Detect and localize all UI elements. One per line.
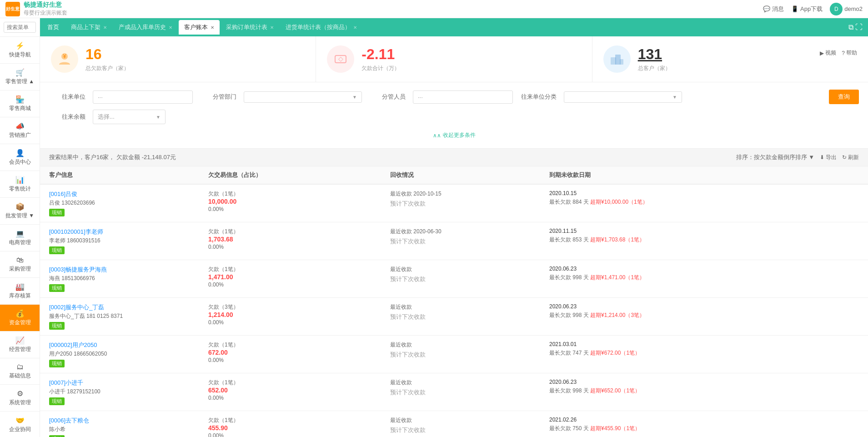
debt-count-1: 欠款（1笔）: [208, 228, 390, 236]
sidebar-item-member[interactable]: 👤 会员中心: [0, 144, 40, 171]
retail-mall-label: 零售商城: [4, 105, 36, 112]
tab-purchase-stats[interactable]: 采购订单统计表 ✕: [221, 20, 279, 35]
customer-tag-6: 现销: [49, 435, 65, 437]
stat-card-total-customers: 131 总客户（家） ▶ 视频 ? 帮助: [592, 36, 868, 82]
message-btn[interactable]: 💬 消息: [763, 5, 784, 13]
sidebar-item-batch-mgmt[interactable]: 📦 批发管理 ▼: [0, 198, 40, 225]
customer-info-6: [0006]去下粮仓 陈小希 现销: [49, 417, 208, 437]
customer-name-1[interactable]: [0001020001]李老师: [49, 228, 103, 235]
debt-count-2: 欠款（1笔）: [208, 266, 390, 273]
filter-source-unit[interactable]: ···: [93, 90, 193, 104]
stat-icon-debt-total: ◇: [327, 45, 354, 73]
due-date-3: 2020.06.23: [549, 303, 859, 310]
debt-amount-3: 1,214.00: [208, 311, 390, 318]
tab-customer-account[interactable]: 客户账本 ✕: [179, 20, 220, 35]
overdue-amount-1[interactable]: 超期¥1,703.68（1笔）: [590, 236, 645, 243]
debt-amount-2: 1,471.00: [208, 273, 390, 281]
stat-label-debt-total: 欠款合计（万）: [361, 65, 400, 72]
sidebar-item-system[interactable]: ⚙ 系统管理: [0, 385, 40, 412]
customer-name-5[interactable]: [0007]小进千: [49, 379, 83, 386]
overdue-amount-2[interactable]: 超期¥1,471.00（1笔）: [590, 274, 645, 281]
search-input[interactable]: [4, 22, 36, 33]
tab-product-history-close[interactable]: ✕: [169, 25, 172, 30]
sidebar-item-purchase[interactable]: 🛍 采购管理: [0, 251, 40, 278]
customer-info-4: [000002]用户2050 用户2050 18665062050 现销: [49, 341, 208, 367]
tab-inbound-stats[interactable]: 进货单统计表（按商品） ✕: [280, 20, 362, 35]
customer-name-2[interactable]: [0003]畅捷服务尹海燕: [49, 266, 107, 273]
filter-person[interactable]: ···: [413, 90, 513, 104]
overdue-amount-3[interactable]: 超期¥1,214.00（3笔）: [590, 312, 645, 318]
sidebar-item-corp[interactable]: 🤝 企业协同: [0, 412, 40, 437]
overdue-days-0: 最长欠款 884 天 超期¥10,000.00（1笔）: [549, 198, 859, 206]
export-icon: ⬇: [820, 154, 824, 161]
filter-balance[interactable]: 选择... ▼: [93, 110, 166, 124]
last-collect-2: 最近收款: [390, 266, 549, 273]
overdue-amount-0[interactable]: 超期¥10,000.00（1笔）: [590, 199, 648, 205]
filter-label-balance: 往来余额: [49, 113, 85, 121]
customer-name-0[interactable]: [0016]吕俊: [49, 191, 77, 197]
avatar: D: [830, 3, 843, 15]
debt-info-6: 欠款（1笔） 455.90 0.00%: [208, 417, 390, 437]
debt-count-0: 欠款（1笔）: [208, 190, 390, 198]
tab-product-offline[interactable]: 商品上下架 ✕: [65, 20, 112, 35]
export-btn[interactable]: ⬇ 导出: [820, 154, 837, 161]
app-download-btn[interactable]: 📱 App下载: [791, 5, 823, 13]
filter-unit-category[interactable]: ▼: [564, 91, 682, 103]
help-btn[interactable]: ? 帮助: [842, 49, 857, 57]
customer-name-6[interactable]: [0006]去下粮仓: [49, 417, 89, 424]
tab-purchase-stats-close[interactable]: ✕: [270, 25, 274, 30]
sidebar-item-search[interactable]: [0, 18, 40, 37]
table-container: 客户信息 欠交易信息（占比） 回收情况 到期未收款日期 [0016]吕俊 吕俊 …: [40, 166, 868, 437]
overdue-amount-6[interactable]: 超期¥455.90（1笔）: [590, 425, 640, 432]
tab-inbound-stats-label: 进货单统计表（按商品）: [286, 23, 351, 31]
overdue-amount-4[interactable]: 超期¥672.00（1笔）: [590, 350, 640, 356]
tab-customer-account-close[interactable]: ✕: [211, 25, 214, 30]
sort-chevron-icon: ▼: [808, 154, 814, 161]
sidebar-item-quick-nav[interactable]: ⚡ 快捷导航: [0, 37, 40, 64]
tab-collapse-btn[interactable]: ⧉: [848, 23, 853, 31]
filter-dept[interactable]: ▼: [244, 91, 362, 103]
customer-name-3[interactable]: [0002]服务中心_丁磊: [49, 304, 104, 311]
search-button[interactable]: 查询: [829, 90, 859, 104]
customer-tag-1: 现销: [49, 246, 65, 254]
tab-inbound-stats-close[interactable]: ✕: [353, 25, 357, 30]
due-date-4: 2021.03.01: [549, 341, 859, 347]
last-collect-3: 最近收款: [390, 303, 549, 311]
refresh-btn[interactable]: ↻ 刷新: [842, 154, 859, 161]
results-bar: 搜索结果中，客户16家， 欠款金额 -21,148.07元 排序：按欠款金额倒序…: [40, 149, 868, 166]
debt-info-3: 欠款（3笔） 1,214.00 0.00%: [208, 303, 390, 326]
tab-product-history[interactable]: 产成品入库单历史 ✕: [113, 20, 178, 35]
debt-percent-6: 0.00%: [208, 432, 390, 437]
sidebar-item-marketing[interactable]: 📣 营销推广: [0, 117, 40, 144]
stat-value-total-customers: 131: [638, 46, 671, 63]
debt-amount-6: 455.90: [208, 424, 390, 432]
sidebar-item-retail-mall[interactable]: 🏪 零售商城: [0, 90, 40, 117]
finance-icon: 💰: [4, 309, 36, 318]
customer-name-4[interactable]: [000002]用户2050: [49, 342, 97, 348]
user-menu[interactable]: D demo2: [830, 3, 863, 15]
sidebar-item-ops[interactable]: 📈 经营管理: [0, 332, 40, 358]
customer-tag-3: 现销: [49, 322, 65, 330]
tab-home[interactable]: 首页: [42, 20, 65, 35]
sidebar-item-ecommerce[interactable]: 💻 电商管理: [0, 225, 40, 251]
sidebar-item-inventory[interactable]: 🏭 库存核算: [0, 278, 40, 305]
due-date-0: 2020.10.15: [549, 190, 859, 196]
overdue-days-4: 最长欠款 747 天 超期¥672.00（1笔）: [549, 349, 859, 357]
quick-nav-icon: ⚡: [4, 41, 36, 50]
sidebar-item-base[interactable]: 🗂 基础信息: [0, 358, 40, 385]
collapse-btn[interactable]: ∧∧ 收起更多条件: [49, 130, 859, 141]
overdue-amount-5[interactable]: 超期¥652.00（1笔）: [590, 387, 640, 394]
sidebar-item-retail-stat[interactable]: 📊 零售统计: [0, 171, 40, 198]
sidebar-item-finance[interactable]: 💰 资金管理: [0, 305, 40, 332]
tab-product-offline-close[interactable]: ✕: [103, 25, 107, 30]
next-collect-4: 预计下次收款: [390, 351, 549, 359]
video-btn[interactable]: ▶ 视频: [820, 49, 836, 57]
debt-percent-0: 0.00%: [208, 206, 390, 212]
system-icon: ⚙: [4, 389, 36, 398]
tab-fullscreen-btn[interactable]: ⛶: [855, 23, 863, 31]
next-collect-0: 预计下次收款: [390, 200, 549, 208]
tab-end-btns: ⧉ ⛶: [845, 23, 866, 31]
sidebar-item-retail-mgmt[interactable]: 🛒 零售管理 ▲: [0, 64, 40, 90]
app-label: App下载: [800, 5, 823, 13]
app-icon: 📱: [791, 5, 798, 12]
